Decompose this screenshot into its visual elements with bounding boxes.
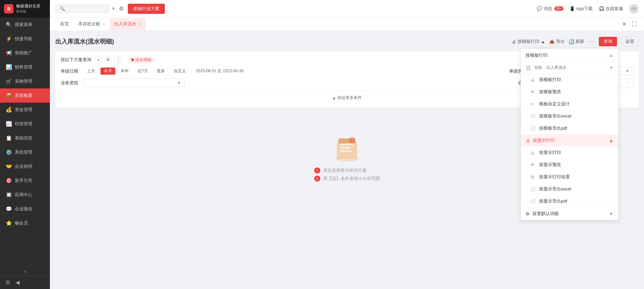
tab-home-label: 首页 [60,21,69,26]
sidebar-item-member[interactable]: ⭐ 畅会员 [0,216,50,230]
topbar-search-box: 🔍 [55,4,109,13]
date-filter-label: 单据日期 [61,68,78,74]
query-button[interactable]: 查询 [599,37,617,46]
sidebar-item-label: 资金管理 [15,107,32,113]
date-tag-last-month[interactable]: 上月 [84,68,98,75]
template-print-label: 按模板打印 [518,38,539,45]
tab-home[interactable]: 首页 [55,18,74,30]
sidebar-item-quick-nav[interactable]: ⚡ 快捷导航 [0,32,50,46]
date-tag-custom[interactable]: 自定义 [170,68,189,75]
dropdown-display-print[interactable]: 🖨 按显示打印 [521,147,618,159]
online-service-button[interactable]: 🎧 在线客服 [599,6,623,12]
print-icon: 🖨 [530,77,536,82]
dropdown-template-excel[interactable]: 📄 按模板导出excel [521,110,618,122]
dropdown-bottom-expand-icon[interactable]: ▼ [609,211,613,216]
logo-text: 畅捷通好生意 标准版 [16,4,40,14]
sidebar-item-search[interactable]: 🔍 搜索菜单 [0,18,50,32]
settings-icon[interactable]: ⚙ [5,279,10,286]
sidebar-scroll-down[interactable]: ▼ [0,268,50,275]
message-label: 消息 [544,6,552,12]
sidebar-item-label: 系统管理 [15,149,32,155]
dropdown-expand-icon[interactable]: ▲ [609,53,613,58]
trial-button[interactable]: 体验行业方案 [128,4,165,14]
tab-stock-flow-close[interactable]: × [139,22,141,26]
tab-stock-flow[interactable]: 出入库流水 × [110,18,146,30]
guide-icon: 🎯 [5,177,12,184]
design-icon: ✏ [530,102,536,107]
sidebar-item-system[interactable]: ⚙️ 系统管理 [0,145,50,159]
message-button[interactable]: 💬 消息 99+ [537,6,563,12]
dropdown-display-print-settings[interactable]: ⚙ 按显示打印设置 [521,171,618,183]
dropdown-display-print-settings-label: 按显示打印设置 [539,174,570,180]
search-icon: 🔍 [5,21,12,28]
message-badge: 99+ [554,6,563,11]
dropdown-display-section[interactable]: 🖨 按显示打印 ▲ [521,134,618,147]
sidebar-item-inventory[interactable]: 📦 库存核算 [0,88,50,103]
more-action-button[interactable]: ··· [588,38,595,45]
date-tag-more[interactable]: 更多 [153,68,168,75]
sidebar-item-app-center[interactable]: 🔲 应用中心 [0,188,50,202]
sidebar-item-operation[interactable]: 📈 经营管理 [0,117,50,131]
tab-maximize-icon[interactable]: ⛶ [631,21,639,28]
template-print-button[interactable]: 🖨 按模板打印 ▲ [512,38,545,45]
sidebar-item-enterprise[interactable]: 🤝 企业协同 [0,159,50,174]
date-tag-this-year[interactable]: 本年 [117,68,132,75]
dropdown-display-preview[interactable]: 👁 按显示预览 [521,159,618,171]
tab-inventory-batch-close[interactable]: × [103,22,105,26]
active-filter-dot [131,58,134,61]
filter-collapse-label: 收起更多条件 [338,95,362,101]
sidebar-item-label: 基础信息 [15,135,32,141]
dropdown-template-print[interactable]: 🖨 按模板打印 [521,74,618,86]
display-settings-icon: ⚙ [530,175,536,180]
sidebar-item-sales[interactable]: 📊 销售管理 [0,60,50,74]
marketing-icon: 📢 [5,50,12,56]
sidebar-item-purchase[interactable]: 🛒 采购管理 [0,74,50,88]
settings-button[interactable]: 设置 [621,36,639,47]
search-input[interactable] [67,6,105,11]
sidebar-item-wechat[interactable]: 💬 企业微信 [0,202,50,216]
tab-close-all-icon[interactable]: ✕ [621,20,628,28]
search-dropdown-icon[interactable]: ▼ [111,6,116,11]
refresh-button[interactable]: 🔄 刷新 [569,38,584,45]
date-tag-this-month[interactable]: 本月 [100,68,115,75]
filter-add-button[interactable]: + [95,56,102,63]
step-2-number: 2 [314,176,320,182]
dropdown-template-pdf[interactable]: 📄 按模板导出pdf [521,122,618,134]
pdf-icon: 📄 [530,126,536,131]
user-avatar[interactable]: Rit [629,4,639,14]
dropdown-display-pdf[interactable]: 📄 按显示导出pdf [521,195,618,207]
chevron-down-icon[interactable]: ▼ [609,65,613,70]
sidebar-item-finance[interactable]: 💰 资金管理 [0,103,50,117]
business-type-dropdown-icon[interactable]: ▼ [177,80,181,85]
chevron-up-icon: ▲ [332,96,336,100]
dropdown-template-custom[interactable]: ✏ 模板自定义设计 [521,98,618,110]
excel-icon: 📄 [530,114,536,119]
app-download-button[interactable]: 📱 App下载 [569,6,593,12]
scroll-down-icon[interactable]: ▼ [23,269,27,274]
export-button[interactable]: 📤 导出 [549,38,565,45]
filter-settings-button[interactable]: ⚙ [104,56,112,63]
dropdown-bottom-item[interactable]: ⚙ 设置默认功能 ▼ [521,207,618,220]
dropdown-display-label: 按显示打印 [533,137,555,143]
display-section-expand-icon[interactable]: ▲ [609,138,613,143]
sidebar-item-guide[interactable]: 🎯 新手引导 [0,174,50,188]
dropdown-display-excel[interactable]: 📄 按显示导出excel [521,183,618,195]
date-tag-last-7[interactable]: 近7天 [134,68,151,75]
topbar-settings-icon[interactable]: ⚙ [119,5,124,12]
collapse-icon[interactable]: ◀ [16,279,20,286]
dropdown-template-preview[interactable]: 👁 按模板预览 [521,86,618,98]
tab-inventory-batch[interactable]: 库存批次账 × [74,18,110,30]
sidebar-item-marketing[interactable]: 📢 营销推广 [0,46,50,60]
sidebar-item-basic[interactable]: 📋 基础信息 [0,131,50,145]
filter-collapse-button[interactable]: 《 [114,56,121,63]
display-print-icon: 🖨 [530,150,536,155]
dropdown-bottom-label: 设置默认功能 [532,211,559,217]
active-filter-tag: 流水明细 [128,56,155,63]
doc-type-dropdown-icon[interactable]: ▼ [625,69,630,74]
dropdown-header[interactable]: 按模板打印 ▲ [521,49,618,62]
operation-icon: 📈 [5,121,12,127]
warehouse-more-icon[interactable]: ··· [626,80,630,85]
print-icon: 🖨 [512,39,516,44]
dropdown-current-item[interactable]: 📋 当前：出入库流水 ▼ [521,62,618,74]
export-label: 导出 [556,38,565,45]
